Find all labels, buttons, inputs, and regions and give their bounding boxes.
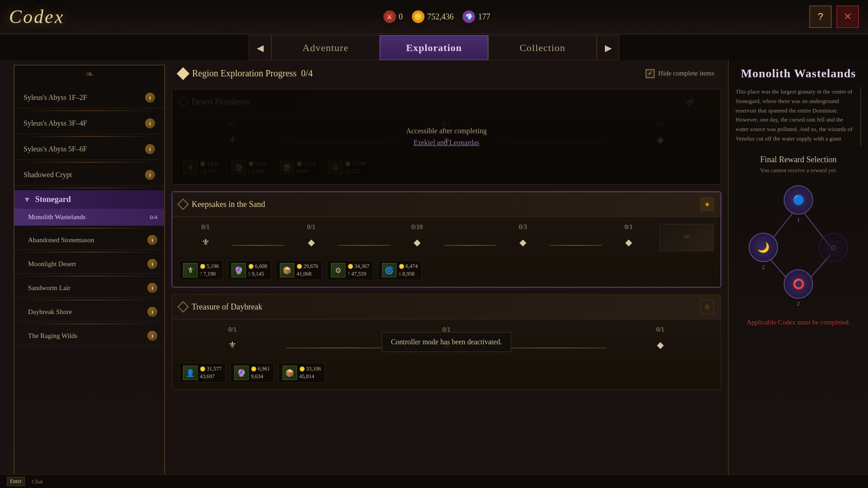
right-panel-title: Monolith Wastelands [736, 67, 861, 80]
sidebar-section-stonegard[interactable]: ▼ Stonegard [14, 190, 164, 209]
right-panel-description: This place was the largest granary in th… [736, 87, 861, 146]
reward-item-t3: 📦 🪙 33,106 45,814 [278, 363, 325, 383]
top-bar: Codex ⚔ 0 🪙 752,436 💎 177 ? ✕ [0, 0, 868, 34]
quest-header-keepsakes: Keepsakes in the Sand ★ [172, 192, 721, 217]
reward-icon-k4: ⚙ [331, 263, 345, 277]
reward-node-right-circle: ○ [819, 233, 848, 262]
final-reward-title: Final Reward Selection [736, 155, 861, 164]
map-thumbnail: 🗺 [660, 224, 714, 251]
reward-node-top-num: 1 [797, 216, 800, 223]
reward-icon-t2: 🔮 [234, 366, 249, 380]
node-line-t1 [286, 347, 393, 348]
node-icon-t1: ⚜ [223, 336, 241, 354]
sidebar: ❧ Syleus's Abyss 1F–2F i Syleus's Abyss … [14, 65, 165, 483]
node-group-k5: 0/1 ◆ [602, 224, 655, 251]
node-group-k4: 0/3 ◆ [496, 224, 549, 251]
sidebar-scroll[interactable]: Syleus's Abyss 1F–2F i Syleus's Abyss 3F… [14, 83, 164, 483]
reward-icon-k3: 📦 [280, 263, 294, 277]
reward-diamond-container: 🔵 1 🌙 2 ○ ⭕ 2 [749, 183, 848, 310]
sidebar-item-abandoned[interactable]: Abandoned Stonemason i [14, 230, 164, 250]
reward-icon-k1: 🗡 [183, 263, 198, 277]
progress-diamond-icon [177, 67, 189, 80]
divider [21, 228, 157, 229]
enter-key: Enter [7, 477, 25, 486]
info-badge-raging: i [147, 331, 157, 341]
currency-item-1: ⚔ 0 [383, 10, 403, 23]
currency-icon-1: ⚔ [383, 10, 396, 23]
info-badge-sandworm: i [147, 283, 157, 293]
sidebar-ornament-top: ❧ [14, 66, 164, 83]
checkbox-icon: ✓ [646, 69, 655, 78]
reward-node-top-circle: 🔵 [784, 185, 813, 215]
applicable-text: Applicable Codex must be completed. [736, 319, 861, 326]
sidebar-item-syleus3[interactable]: Syleus's Abyss 5F–6F i [14, 139, 164, 160]
quest-header-treasure: Treasure of Daybreak ☆ [172, 295, 721, 319]
divider [21, 276, 157, 277]
sidebar-item-moonlight[interactable]: Moonlight Desert i [14, 254, 164, 274]
divider [21, 324, 157, 324]
reward-row-keepsakes: 🗡 🪙 5,196 7 7,190 🔮 [172, 258, 721, 287]
tab-collection[interactable]: Collection [488, 35, 597, 60]
hide-complete-toggle[interactable]: ✓ Hide complete items [646, 69, 714, 78]
reward-icon-t3: 📦 [283, 366, 297, 380]
close-button[interactable]: ✕ [836, 5, 859, 28]
sidebar-item-raging[interactable]: The Raging Wilds i [14, 326, 164, 346]
tab-adventure[interactable]: Adventure [271, 35, 380, 60]
node-icon-k4: ◆ [514, 233, 532, 251]
node-group-k2: 0/1 ◆ [285, 224, 338, 251]
accessible-link[interactable]: Ezekiel and Leonardas [414, 139, 480, 147]
node-icon-k1: ⚜ [197, 233, 215, 251]
reward-item-k1: 🗡 🪙 5,196 7 7,190 [179, 260, 223, 280]
tab-exploration[interactable]: Exploration [380, 35, 488, 60]
divider [21, 136, 157, 137]
divider [21, 188, 157, 188]
reward-node-right: ○ [819, 233, 848, 262]
node-line-t2 [500, 347, 607, 348]
reward-node-bottom-num: 2 [797, 300, 800, 307]
reward-item-t1: 👤 🪙 31,577 43,697 [179, 363, 226, 383]
quest-star-button-2[interactable]: ☆ [700, 300, 714, 314]
help-button[interactable]: ? [809, 5, 832, 28]
chat-label: Chat [32, 478, 43, 485]
info-badge-syleus3: i [145, 144, 155, 154]
reward-item-k3: 📦 🪙 29,676 41,068 [276, 260, 322, 280]
reward-node-left-num: 2 [762, 263, 765, 271]
sidebar-item-daybreak[interactable]: Daybreak Shore i [14, 302, 164, 322]
reward-item-k4: ⚙ 🪙 34,367 7 47,559 [327, 260, 373, 280]
sidebar-item-sandworm[interactable]: Sandworm Lair i [14, 278, 164, 298]
quest-star-button[interactable]: ★ [700, 197, 714, 211]
tab-prev-arrow[interactable]: ◀ [249, 35, 271, 60]
bottom-bar: Enter Chat [0, 474, 868, 488]
info-badge-abandoned: i [147, 235, 157, 245]
reward-node-bottom: ⭕ 2 [784, 269, 813, 307]
top-controls: ? ✕ [809, 5, 859, 28]
node-line-k3 [443, 245, 496, 246]
quest-card-keepsakes: Keepsakes in the Sand ★ 0/1 ⚜ 0/1 ◆ [172, 192, 721, 287]
reward-icon-k2: 🔮 [231, 263, 246, 277]
info-badge-syleus2: i [145, 118, 155, 128]
tab-navigation: ◀ Adventure Exploration Collection ▶ [0, 35, 868, 60]
controller-toast: Controller mode has been deactivated. [382, 332, 512, 352]
reward-node-bottom-circle: ⭕ [784, 269, 813, 299]
node-icon-k2: ◆ [302, 233, 321, 251]
sidebar-item-syleus2[interactable]: Syleus's Abyss 3F–4F i [14, 113, 164, 134]
tab-next-arrow[interactable]: ▶ [597, 35, 619, 60]
quest-diamond-icon-3 [177, 301, 189, 312]
divider [21, 110, 157, 111]
sidebar-item-monolith[interactable]: Monolith Wastelands 0/4 [14, 209, 164, 226]
reward-icon-t1: 👤 [183, 366, 198, 380]
quest-progress-keepsakes: 0/1 ⚜ 0/1 ◆ 0/10 ◆ 0/3 ◆ [172, 217, 721, 258]
currency-value-1: 0 [399, 12, 403, 22]
content-area[interactable]: Region Exploration Progress 0/4 ✓ Hide c… [165, 60, 728, 488]
currency-icon-2: 🪙 [412, 10, 425, 23]
final-reward-section: Final Reward Selection You cannot receiv… [736, 155, 861, 326]
node-icon-k3: ◆ [408, 233, 426, 251]
reward-icon-k5: 🌀 [382, 263, 396, 277]
codex-title: Codex [9, 6, 64, 28]
reward-item-t2: 🔮 🪙 6,961 9,634 [230, 363, 274, 383]
quest-diamond-icon-2 [177, 198, 189, 210]
info-badge-syleus1: i [145, 93, 155, 103]
sidebar-item-shadowed[interactable]: Shadowed Crypt i [14, 164, 164, 186]
sidebar-item-syleus1[interactable]: Syleus's Abyss 1F–2F i [14, 87, 164, 108]
node-line-k4 [549, 245, 602, 246]
